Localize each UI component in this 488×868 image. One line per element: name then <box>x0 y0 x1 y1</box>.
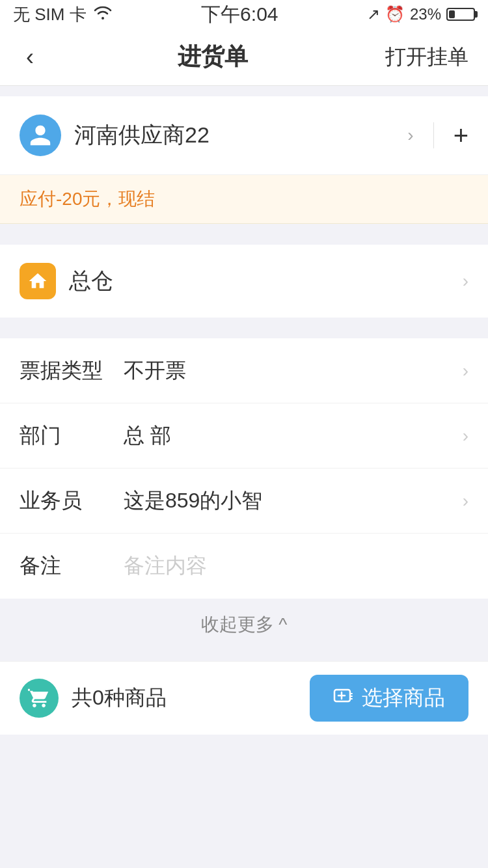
warehouse-card[interactable]: 总仓 › <box>0 245 488 318</box>
warehouse-chevron-icon: › <box>463 271 468 292</box>
select-product-button[interactable]: 选择商品 <box>310 675 468 722</box>
battery-percent: 23% <box>410 5 441 23</box>
product-icon <box>20 679 59 718</box>
user-icon <box>28 123 53 148</box>
section-gap-warehouse <box>0 234 488 245</box>
status-carrier: 无 SIM 卡 <box>13 3 113 26</box>
select-product-label: 选择商品 <box>362 684 445 712</box>
location-icon: ↗ <box>367 5 380 23</box>
form-card: 票据类型 不开票 › 部门 总 部 › 业务员 这是859的小智 › 备注 备注… <box>0 338 488 599</box>
invoice-row[interactable]: 票据类型 不开票 › <box>0 338 488 403</box>
wifi-icon <box>93 5 113 23</box>
sales-row[interactable]: 业务员 这是859的小智 › <box>0 468 488 534</box>
status-indicators: ↗ ⏰ 23% <box>367 5 475 23</box>
nav-bar: ‹ 进货单 打开挂单 <box>0 29 488 86</box>
notice-banner: 应付-20元，现结 <box>0 175 488 224</box>
dept-value: 总 部 <box>111 422 463 450</box>
notice-text: 应付-20元，现结 <box>20 189 155 209</box>
warehouse-icon <box>20 263 56 299</box>
section-gap-top <box>0 86 488 96</box>
supplier-chevron-icon: › <box>407 125 413 146</box>
section-gap-bottom <box>0 651 488 661</box>
sales-chevron-icon: › <box>463 491 468 511</box>
select-product-icon <box>333 687 354 710</box>
remark-label: 备注 <box>20 552 111 580</box>
warehouse-row[interactable]: 总仓 › <box>0 245 488 318</box>
status-bar: 无 SIM 卡 下午6:04 ↗ ⏰ 23% <box>0 0 488 29</box>
main-content: 河南供应商22 › + 应付-20元，现结 总仓 › 票据类型 不开票 › <box>0 86 488 735</box>
supplier-avatar <box>20 115 61 156</box>
open-pending-button[interactable]: 打开挂单 <box>385 43 468 72</box>
cart-icon <box>28 687 50 709</box>
invoice-value: 不开票 <box>111 357 463 385</box>
dept-chevron-icon: › <box>463 426 468 446</box>
bottom-bar: 共0种商品 选择商品 <box>0 661 488 735</box>
sales-label: 业务员 <box>20 487 111 515</box>
remark-row[interactable]: 备注 备注内容 <box>0 534 488 599</box>
warehouse-name: 总仓 <box>69 266 463 296</box>
warehouse-building-icon <box>27 271 48 292</box>
alarm-icon: ⏰ <box>385 5 405 23</box>
back-button[interactable]: ‹ <box>20 37 40 77</box>
supplier-divider <box>433 122 434 148</box>
status-time: 下午6:04 <box>201 1 278 28</box>
dept-label: 部门 <box>20 422 111 450</box>
invoice-chevron-icon: › <box>463 360 468 381</box>
battery-icon <box>446 8 475 21</box>
add-supplier-button[interactable]: + <box>454 121 468 150</box>
section-gap-form <box>0 328 488 338</box>
supplier-card: 河南供应商22 › + 应付-20元，现结 <box>0 96 488 224</box>
page-title: 进货单 <box>178 41 248 73</box>
supplier-name: 河南供应商22 <box>74 120 407 150</box>
supplier-row[interactable]: 河南供应商22 › + <box>0 96 488 175</box>
sales-value: 这是859的小智 <box>111 487 463 515</box>
collapse-label: 收起更多 ^ <box>201 612 288 637</box>
invoice-label: 票据类型 <box>20 357 111 385</box>
remark-input[interactable]: 备注内容 <box>111 552 468 580</box>
collapse-row[interactable]: 收起更多 ^ <box>0 599 488 651</box>
product-count: 共0种商品 <box>72 684 310 712</box>
dept-row[interactable]: 部门 总 部 › <box>0 403 488 468</box>
carrier-text: 无 SIM 卡 <box>13 3 87 26</box>
